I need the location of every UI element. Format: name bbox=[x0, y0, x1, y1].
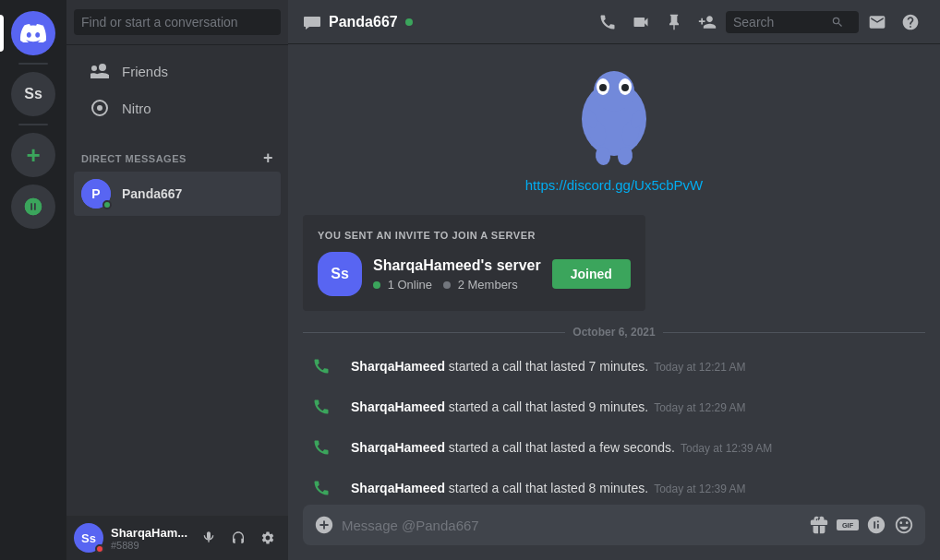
message-item: SharqaHameed started a call that lasted … bbox=[288, 346, 940, 387]
character-image bbox=[559, 59, 669, 170]
mute-button[interactable] bbox=[196, 525, 222, 551]
message-item: SharqaHameed started a call that lasted … bbox=[288, 468, 940, 497]
friends-icon bbox=[89, 60, 111, 82]
search-icon bbox=[831, 16, 844, 29]
message-content-2: SharqaHameed started a call that lasted … bbox=[351, 399, 925, 414]
pin-button[interactable] bbox=[659, 7, 689, 37]
current-user-status-dot bbox=[95, 544, 104, 554]
header-search-input[interactable] bbox=[733, 15, 826, 30]
nitro-icon bbox=[89, 97, 111, 119]
sticker-button[interactable] bbox=[866, 515, 886, 535]
input-actions: GIF bbox=[809, 515, 914, 535]
call-icon-wrapper-3 bbox=[303, 429, 340, 466]
chat-input-box: GIF bbox=[303, 505, 925, 545]
add-friend-button[interactable] bbox=[693, 7, 722, 37]
current-user-info: SharqaHam... #5889 bbox=[111, 526, 188, 551]
server-divider-2 bbox=[18, 124, 48, 125]
call-icon-2 bbox=[312, 398, 331, 416]
svg-text:GIF: GIF bbox=[842, 521, 854, 530]
discord-home-button[interactable] bbox=[11, 11, 55, 55]
current-user-avatar-wrapper: Ss bbox=[74, 523, 103, 553]
user-controls bbox=[196, 525, 281, 551]
chat-area: Panda667 bbox=[288, 0, 940, 560]
add-dm-button[interactable]: + bbox=[263, 149, 273, 168]
message-input[interactable] bbox=[342, 518, 801, 533]
date-line-right bbox=[663, 332, 925, 333]
dm-section-header: DIRECT MESSAGES + bbox=[66, 134, 288, 172]
chat-header: Panda667 bbox=[288, 0, 940, 44]
svg-point-8 bbox=[599, 84, 607, 91]
invite-server-name: SharqaHameed's server bbox=[373, 257, 541, 274]
server-invite-card: YOU SENT AN INVITE TO JOIN A SERVER Ss S… bbox=[303, 215, 645, 311]
header-online-dot bbox=[405, 18, 413, 26]
add-attachment-button[interactable] bbox=[314, 515, 334, 535]
server-ss-icon[interactable]: Ss bbox=[11, 72, 55, 116]
server-sidebar: Ss + bbox=[0, 0, 66, 560]
inbox-button[interactable] bbox=[862, 7, 892, 37]
members-stat: 2 Members bbox=[443, 278, 518, 292]
settings-button[interactable] bbox=[255, 525, 281, 551]
joined-button[interactable]: Joined bbox=[552, 259, 631, 289]
gif-button[interactable]: GIF bbox=[837, 518, 859, 532]
dm-sidebar: Friends Nitro DIRECT MESSAGES + P bbox=[66, 0, 288, 560]
message-item: SharqaHameed started a call that lasted … bbox=[288, 387, 940, 427]
invite-server-avatar: Ss bbox=[318, 252, 362, 296]
current-user-name: SharqaHam... bbox=[111, 526, 188, 540]
friends-label: Friends bbox=[122, 64, 168, 79]
header-search-box bbox=[726, 11, 859, 33]
date-separator: October 6, 2021 bbox=[288, 318, 940, 346]
invite-server-row: Ss SharqaHameed's server 1 Online 2 Memb… bbox=[318, 252, 631, 296]
invite-link[interactable]: https://discord.gg/Ux5cbPvW bbox=[525, 177, 704, 193]
panda667-name: Panda667 bbox=[122, 186, 182, 201]
call-icon-wrapper-4 bbox=[303, 470, 340, 497]
message-item: SharqaHameed started a call that lasted … bbox=[288, 427, 940, 468]
dm-search-area bbox=[66, 0, 288, 45]
panda667-status bbox=[102, 200, 112, 209]
call-icon-4 bbox=[312, 479, 331, 497]
message-content-1: SharqaHameed started a call that lasted … bbox=[351, 359, 925, 374]
find-conversation-input[interactable] bbox=[74, 9, 281, 35]
call-icon-wrapper-2 bbox=[303, 388, 340, 425]
message-content-3: SharqaHameed started a call that lasted … bbox=[351, 440, 925, 455]
nitro-nav-item[interactable]: Nitro bbox=[74, 89, 281, 126]
emoji-button[interactable] bbox=[894, 515, 914, 535]
dm-nav: Friends Nitro bbox=[66, 45, 288, 134]
message-content-4: SharqaHameed started a call that lasted … bbox=[351, 481, 925, 495]
chat-header-name: Panda667 bbox=[329, 14, 398, 30]
chat-header-user: Panda667 bbox=[303, 13, 413, 31]
help-button[interactable] bbox=[896, 7, 925, 37]
user-panel: Ss SharqaHam... #5889 bbox=[66, 516, 288, 560]
online-stat-dot bbox=[373, 281, 380, 289]
call-button[interactable] bbox=[593, 7, 622, 37]
svg-point-1 bbox=[97, 105, 102, 111]
friends-nav-item[interactable]: Friends bbox=[74, 53, 281, 89]
call-icon-1 bbox=[312, 357, 331, 375]
server-divider bbox=[18, 63, 48, 65]
invite-section: https://discord.gg/Ux5cbPvW bbox=[288, 59, 940, 208]
video-button[interactable] bbox=[626, 7, 656, 37]
deafen-button[interactable] bbox=[225, 525, 251, 551]
members-stat-dot bbox=[443, 281, 451, 289]
panda667-avatar-wrapper: P bbox=[81, 179, 111, 209]
dm-user-panda667[interactable]: P Panda667 bbox=[74, 172, 281, 216]
gift-button[interactable] bbox=[809, 515, 829, 535]
explore-servers-button[interactable] bbox=[11, 185, 55, 229]
date-line-left bbox=[303, 332, 565, 333]
nitro-label: Nitro bbox=[122, 101, 151, 116]
dm-header-icon bbox=[303, 13, 321, 31]
chat-input-area: GIF bbox=[288, 497, 940, 560]
svg-text:P: P bbox=[91, 186, 100, 201]
invite-server-info: SharqaHameed's server 1 Online 2 Members bbox=[373, 257, 541, 292]
svg-point-9 bbox=[621, 84, 629, 91]
messages-container: https://discord.gg/Ux5cbPvW YOU SENT AN … bbox=[288, 44, 940, 497]
invite-card-label: YOU SENT AN INVITE TO JOIN A SERVER bbox=[318, 230, 631, 241]
call-icon-3 bbox=[312, 438, 331, 457]
online-stat: 1 Online bbox=[373, 278, 432, 292]
invite-server-stats: 1 Online 2 Members bbox=[373, 278, 541, 292]
add-server-button[interactable]: + bbox=[11, 133, 55, 177]
call-icon-wrapper-1 bbox=[303, 348, 340, 385]
header-actions bbox=[593, 7, 925, 37]
current-user-discriminator: #5889 bbox=[111, 540, 188, 551]
